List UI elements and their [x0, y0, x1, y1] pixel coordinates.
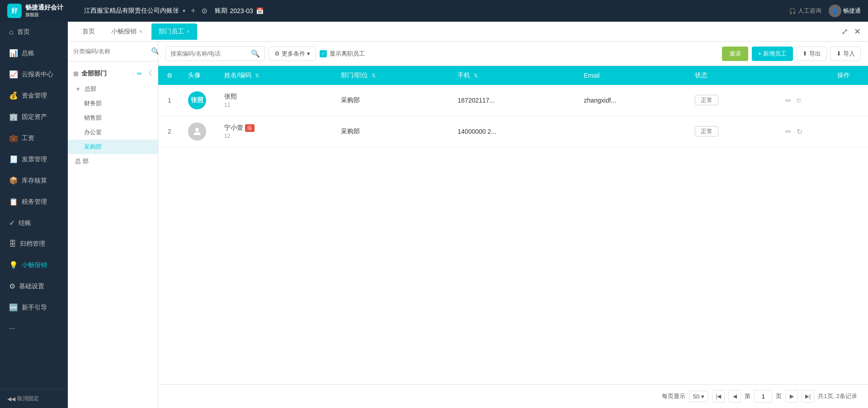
phone-cell: 187202117...	[450, 85, 576, 116]
sidebar-item-reports[interactable]: 📈 云报表中心	[0, 64, 68, 85]
col-name[interactable]: 姓名/编码 ⇅	[217, 66, 334, 85]
inventory-icon: 📦	[9, 176, 18, 185]
import-label: 导入	[843, 50, 855, 58]
support-button[interactable]: 🎧 人工咨询	[789, 7, 821, 15]
sidebar-item-label: 库存核算	[22, 177, 47, 185]
support-label: 人工咨询	[798, 7, 821, 15]
cancel-pin-button[interactable]: ◀◀ 取消固定	[0, 389, 68, 408]
dept-node-zongbu[interactable]: ▼ 总部	[68, 82, 158, 96]
sidebar-item-home[interactable]: ⌂ 首页	[0, 22, 68, 42]
sidebar-item-guide[interactable]: 🆕 新手引导	[0, 297, 68, 318]
dept-node-label: 总 部	[75, 157, 89, 165]
sidebar-item-more[interactable]: ···	[0, 318, 68, 339]
app-edition: 旗舰版	[25, 12, 63, 18]
last-page-button[interactable]: ▶|	[802, 390, 814, 403]
page-size-label: 每页显示	[662, 392, 685, 400]
sidebar-item-invoice[interactable]: 🧾 发票管理	[0, 149, 68, 170]
dept-edit-icon[interactable]: ✏	[137, 70, 142, 77]
tab-dept-employee[interactable]: 部门员工 ×	[151, 23, 197, 40]
dept-node-zongbu2[interactable]: 总 部	[68, 154, 158, 169]
phone-cell: 14000000 2...	[450, 116, 576, 147]
sidebar-item-label: 固定资产	[22, 113, 47, 121]
sidebar-item-general[interactable]: 📊 总账	[0, 42, 68, 64]
user-profile[interactable]: 👤 畅捷通	[829, 5, 861, 17]
first-page-button[interactable]: |◀	[712, 390, 725, 403]
tab-dept-employee-close[interactable]: ×	[187, 28, 190, 35]
employee-code: 12	[224, 133, 326, 139]
sidebar-item-settings[interactable]: ⚙ 基础设置	[0, 276, 68, 297]
page-size-select[interactable]: 50 ▾	[689, 391, 708, 402]
dept-search: 🔍	[68, 42, 158, 61]
avatar: 张照	[188, 91, 206, 109]
filter-icon: ⚙	[274, 50, 280, 57]
avatar-cell	[181, 116, 217, 147]
page-input[interactable]	[754, 390, 772, 403]
import-button[interactable]: ⬇ 导入	[830, 47, 861, 61]
sidebar-item-label: 归档管理	[20, 240, 45, 248]
sidebar-item-tax[interactable]: 📋 税务管理	[0, 191, 68, 212]
add-company-button[interactable]: +	[191, 6, 196, 16]
dept-collapse-icon[interactable]: 《	[145, 69, 152, 78]
invite-button[interactable]: 邀请	[722, 47, 748, 61]
action-cell: ✏ ↻	[778, 116, 868, 147]
search-icon[interactable]: 🔍	[251, 49, 260, 58]
period-label: 账期	[215, 7, 227, 15]
tab-xiaochang-label: 小畅报销	[111, 28, 137, 36]
export-button[interactable]: ⬆ 导出	[797, 47, 827, 61]
employee-code: 11	[224, 102, 326, 108]
table-container: ⚙ 头像 姓名/编码 ⇅ 部门/职位 ⇅ 手机 ⇅ Email 状态 操作	[158, 66, 868, 384]
table-row: 1 张照 张熙 11 采购部	[158, 85, 868, 116]
avatar	[188, 122, 206, 141]
sidebar-item-assets[interactable]: 🏢 固定资产	[0, 106, 68, 127]
filter-button[interactable]: ⚙ 更多条件 ▾	[269, 47, 316, 61]
gear-icon[interactable]: ⚙	[201, 7, 208, 15]
sidebar-item-checkout[interactable]: ✓ 结账	[0, 212, 68, 234]
company-selector[interactable]: 江西服宝精品有限责任公司内账张 ▾	[84, 7, 185, 15]
next-page-button[interactable]: ▶	[785, 390, 798, 403]
sidebar-item-inventory[interactable]: 📦 库存核算	[0, 170, 68, 191]
sidebar-item-xiaochang[interactable]: 💡 小畅报销	[0, 254, 68, 276]
main-layout: ⌂ 首页 📊 总账 📈 云报表中心 💰 资金管理 🏢 固定资产 💼 工资 🧾 发…	[0, 22, 868, 408]
assets-icon: 🏢	[9, 113, 18, 121]
dept-node-caiwu[interactable]: 财务部	[68, 96, 158, 111]
col-status: 状态	[688, 66, 778, 85]
dept-node-caigou[interactable]: 采购部	[68, 140, 158, 154]
edit-icon[interactable]: ✏	[785, 127, 791, 136]
page-label-suffix: 页	[776, 392, 782, 400]
grid-icon: ⊞	[73, 70, 79, 77]
company-dropdown-icon[interactable]: ▾	[183, 8, 185, 14]
name-cell: 张熙 11	[217, 85, 334, 116]
search-input[interactable]	[170, 50, 248, 57]
col-phone[interactable]: 手机 ⇅	[450, 66, 576, 85]
period-display: 账期 2023-03 📅	[215, 7, 264, 15]
sidebar-item-salary[interactable]: 💼 工资	[0, 127, 68, 149]
dept-search-input[interactable]	[73, 48, 149, 55]
filter-dropdown-icon: ▾	[307, 50, 310, 57]
edit-icon[interactable]: ✏	[785, 96, 791, 105]
sidebar-item-archive[interactable]: 🗄 归档管理	[0, 234, 68, 254]
sidebar-item-funds[interactable]: 💰 资金管理	[0, 85, 68, 106]
col-dept[interactable]: 部门/职位 ⇅	[334, 66, 450, 85]
page-content: 🔍 ⊞ 全部部门 ✏ 《 ▼ 总部 财务部 销售部 办公室	[68, 42, 868, 408]
avatar-cell: 张照	[181, 85, 217, 116]
tab-xiaochang[interactable]: 小畅报销 ×	[104, 23, 150, 40]
row-num: 2	[158, 116, 181, 147]
calendar-icon[interactable]: 📅	[256, 7, 264, 14]
all-dept-label: 全部部门	[81, 70, 134, 78]
filter-label: 更多条件	[282, 50, 305, 58]
prev-page-button[interactable]: ◀	[728, 390, 741, 403]
tab-expand-button[interactable]: ⤢ ✕	[841, 27, 861, 37]
refresh-icon[interactable]: ↻	[797, 127, 802, 136]
toolbar: 🔍 ⚙ 更多条件 ▾ ✓ 显示离职员工 邀请 + 新增员工	[158, 42, 868, 66]
logout-icon[interactable]: ⎋	[797, 96, 801, 104]
add-employee-button[interactable]: + 新增员工	[752, 47, 793, 61]
col-settings[interactable]: ⚙	[158, 66, 181, 85]
dept-node-xiaoshou[interactable]: 销售部	[68, 111, 158, 125]
all-dept-header[interactable]: ⊞ 全部部门 ✏ 《	[68, 65, 158, 82]
tab-home[interactable]: 首页	[75, 23, 102, 40]
tab-xiaochang-close[interactable]: ×	[139, 28, 142, 35]
show-resigned-toggle[interactable]: ✓ 显示离职员工	[320, 50, 365, 58]
row-num: 1	[158, 85, 181, 116]
dept-node-bangong[interactable]: 办公室	[68, 125, 158, 140]
checkout-icon: ✓	[9, 219, 15, 227]
